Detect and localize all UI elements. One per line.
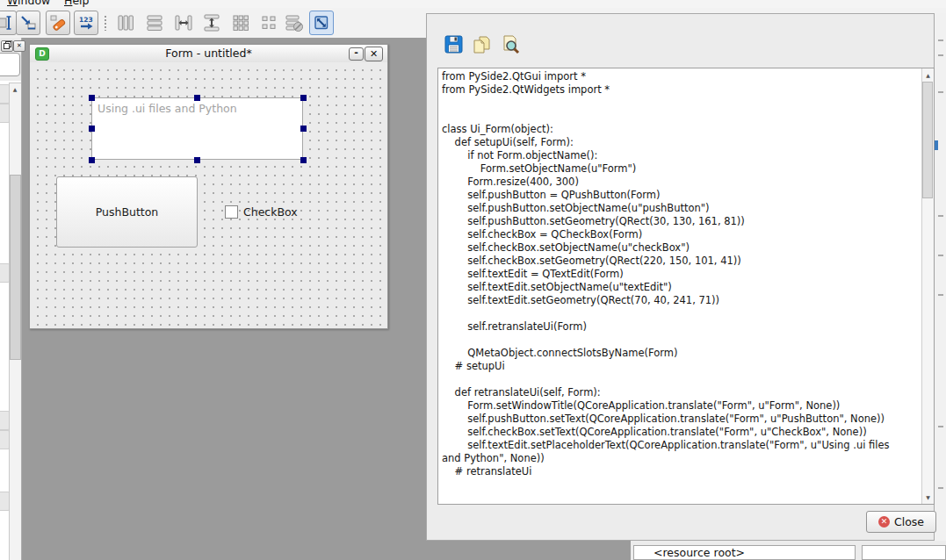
form-minimize-button[interactable]: - [349,47,364,61]
menu-window[interactable]: Window [7,0,50,7]
dock-row-tick [938,294,943,296]
edit-buddies-icon[interactable] [46,11,70,35]
signal-slot-glyph [20,15,36,31]
adjust-size-icon[interactable] [309,11,334,35]
scroll-up-icon[interactable]: ▲ [10,83,20,95]
checkbox-widget[interactable]: CheckBox [223,194,312,230]
menu-bar: Window Help [0,0,946,8]
selection-handle-w[interactable] [89,126,95,132]
form-window: D Form - untitled* - ✕ Using .ui files a… [29,44,388,329]
form-layout-glyph [259,13,278,32]
qt-designer-screen: Window Help [0,0,946,560]
selection-handle-ne[interactable] [300,95,307,101]
selection-handle-nw[interactable] [89,95,95,101]
resource-preview-pane[interactable] [862,545,946,560]
layout-vertical-splitter-icon[interactable] [200,11,223,33]
form-window-title: Form - untitled* [30,47,387,60]
dock-close-icon[interactable]: ✕ [13,40,25,52]
dock-row-tick [938,39,943,41]
find-icon[interactable] [499,32,522,55]
dock-row-tick [938,487,943,489]
floppy-glyph [444,34,464,54]
close-button-label: Close [894,515,924,528]
code-text: from PySide2.QtGui import * from PySide2… [442,70,920,502]
code-vertical-scrollbar[interactable]: ▲ ▼ [921,68,934,504]
dock-row-tick [938,54,943,56]
scroll-up-icon[interactable]: ▲ [922,69,934,81]
edit-tab-order-icon[interactable]: 123 [74,11,98,35]
dock-float-icon[interactable] [1,40,13,52]
find-magnifier-glyph [501,34,521,54]
resource-root-item[interactable]: <resource root> [633,545,856,560]
save-icon[interactable] [442,32,465,55]
grid-glyph [231,13,250,32]
pushbutton-label: PushButton [96,205,159,219]
close-button[interactable]: ✕ Close [866,511,936,533]
scrollbar-thumb[interactable] [10,175,21,360]
selection-handle-s[interactable] [194,157,200,163]
layout-grid-icon[interactable] [229,11,252,33]
textedit-placeholder: Using .ui files and Python [97,102,237,115]
widget-box-header: ✕ [0,38,21,81]
right-dock-sliver [935,13,946,541]
float-glyph-back [4,43,10,49]
dock-row-tick [938,255,943,256]
dock-row-tick [938,426,943,427]
edit-signals-slots-icon[interactable] [16,11,40,35]
copy-pages-glyph [472,34,492,54]
selection-handle-sw[interactable] [89,157,95,163]
code-view[interactable]: from PySide2.QtGui import * from PySide2… [437,68,935,505]
break-layout-glyph [285,13,304,32]
selection-handle-n[interactable] [194,95,200,101]
vertical-bars-glyph [116,13,135,32]
dock-row-tick [938,91,943,93]
form-window-titlebar[interactable]: D Form - untitled* - ✕ [30,45,387,63]
svg-text:123: 123 [79,16,93,24]
layout-horizontally-icon[interactable] [114,11,137,33]
widget-filter-input[interactable] [0,53,20,76]
edit-widgets-glyph [0,15,12,31]
h-splitter-glyph [174,13,193,32]
layout-horizontal-splitter-icon[interactable] [172,11,195,33]
checkbox-indicator[interactable] [225,205,238,219]
form-canvas[interactable]: Using .ui files and Python PushButton Ch… [30,62,387,328]
v-splitter-glyph [202,13,221,32]
textedit-widget[interactable]: Using .ui files and Python [91,97,303,160]
layout-form-icon[interactable] [257,11,280,33]
widget-box-scrollbar[interactable]: ▲ [9,83,21,560]
close-x-icon: ✕ [878,516,890,528]
pushbutton-widget[interactable]: PushButton [56,176,198,248]
dock-selected-row-tick [935,140,938,150]
selection-handle-e[interactable] [300,126,307,132]
scroll-down-icon[interactable]: ▼ [922,492,934,503]
edit-widgets-icon[interactable] [0,11,17,35]
buddy-tag-glyph [50,15,66,31]
selection-handle-se[interactable] [300,157,307,163]
widget-box-dock: ✕ ▲ [0,38,22,560]
copy-icon[interactable] [470,32,493,55]
checkbox-label: CheckBox [243,205,298,219]
resource-root-label: <resource root> [654,546,745,559]
menu-help[interactable]: Help [64,0,90,7]
break-layout-icon[interactable] [283,11,306,33]
horizontal-bars-glyph [145,13,164,32]
adjust-size-glyph [314,15,329,31]
toolbar-separator [105,15,106,31]
tab-order-glyph: 123 [78,15,94,31]
layout-vertically-icon[interactable] [143,11,166,33]
form-close-button[interactable]: ✕ [365,47,383,61]
dock-row-tick [938,215,943,217]
view-code-dialog: from PySide2.QtGui import * from PySide2… [426,13,935,541]
scrollbar-thumb[interactable] [922,82,933,198]
